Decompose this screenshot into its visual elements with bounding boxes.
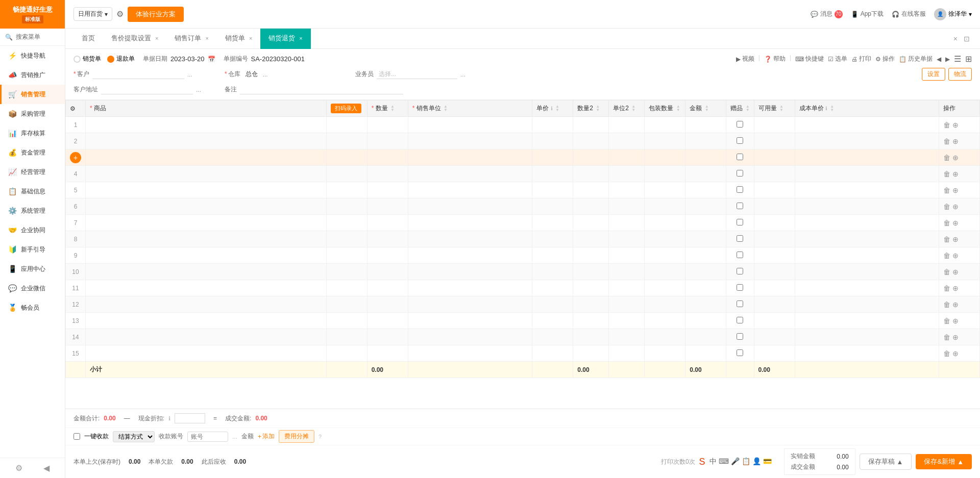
delete-row-btn[interactable]: 🗑 [943, 186, 950, 194]
sidebar-item-enterprise[interactable]: 🤝 企业协同 [0, 220, 65, 240]
tool-icon-6[interactable]: 💳 [763, 457, 772, 466]
warehouse-ellipsis[interactable]: ... [263, 71, 268, 78]
address-ellipsis[interactable]: ... [196, 86, 201, 93]
prev-btn[interactable]: ◀ [937, 54, 941, 64]
logistics-btn[interactable]: 物流 [948, 68, 972, 81]
delete-row-btn[interactable]: 🗑 [943, 137, 950, 145]
copy-row-btn[interactable]: ⊕ [952, 284, 959, 292]
copy-row-btn[interactable]: ⊕ [952, 235, 959, 243]
customer-ellipsis[interactable]: ... [187, 71, 192, 78]
history-btn[interactable]: 📋 历史单据 [899, 54, 933, 64]
print-btn[interactable]: 🖨 打印 [851, 54, 871, 64]
copy-row-btn[interactable]: ⊕ [952, 349, 959, 358]
delete-row-btn[interactable]: 🗑 [943, 317, 950, 325]
sidebar-item-member[interactable]: 🏅 畅会员 [0, 298, 65, 317]
select-btn[interactable]: ☑ 选单 [828, 54, 847, 64]
date-value[interactable]: 2023-03-20 [170, 55, 205, 63]
experience-btn[interactable]: 体验行业方案 [128, 7, 184, 22]
sidebar-item-system[interactable]: ⚙️ 系统管理 [0, 201, 65, 220]
gift-checkbox[interactable] [737, 300, 743, 307]
settlement-select[interactable]: 结算方式 [113, 431, 155, 442]
help-btn[interactable]: ❓ 帮助 [764, 54, 786, 64]
tab-price-setting-close[interactable]: × [155, 35, 158, 41]
collapse-icon[interactable]: ◀ [43, 463, 50, 473]
list-view-btn[interactable]: ☰ [954, 54, 961, 64]
grid-view-btn[interactable]: ⊞ [965, 54, 972, 64]
gift-checkbox[interactable] [737, 170, 743, 177]
th-barcode[interactable]: 扫码录入 [326, 100, 367, 117]
delete-row-btn[interactable]: 🗑 [943, 203, 950, 211]
delete-row-btn[interactable]: 🗑 [943, 251, 950, 260]
delete-row-btn[interactable]: 🗑 [943, 268, 950, 276]
tab-sales-return-close[interactable]: × [299, 35, 302, 41]
tab-home[interactable]: 首页 [74, 29, 103, 49]
video-btn[interactable]: ▶ 视频 [736, 54, 754, 64]
copy-row-btn[interactable]: ⊕ [952, 219, 959, 227]
copy-row-btn[interactable]: ⊕ [952, 251, 959, 260]
app-download-btn[interactable]: 📱 App下载 [851, 10, 884, 18]
gift-checkbox[interactable] [737, 203, 743, 209]
product-cell[interactable] [86, 149, 327, 166]
address-input[interactable] [101, 85, 193, 94]
copy-row-btn[interactable]: ⊕ [952, 186, 959, 194]
gift-checkbox[interactable] [737, 219, 743, 225]
barcode-btn[interactable]: 扫码录入 [331, 104, 361, 113]
user-menu[interactable]: 👤 徐泽华 ▾ [934, 8, 972, 20]
customer-input[interactable] [92, 69, 184, 79]
copy-row-btn[interactable]: ⊕ [952, 203, 959, 211]
tab-sales-order-close[interactable]: × [205, 35, 208, 41]
gift-checkbox[interactable] [737, 154, 743, 160]
account-input[interactable] [187, 432, 228, 442]
tool-icon-3[interactable]: 🎤 [731, 457, 740, 466]
delete-row-btn[interactable]: 🗑 [943, 121, 950, 129]
gift-checkbox[interactable] [737, 333, 743, 340]
tool-icon-2[interactable]: ⌨ [719, 457, 729, 466]
delete-row-btn[interactable]: 🗑 [943, 235, 950, 243]
copy-row-btn[interactable]: ⊕ [952, 137, 959, 145]
delete-row-btn[interactable]: 🗑 [943, 333, 950, 341]
message-btn[interactable]: 💬 消息 70 [811, 10, 843, 18]
sidebar-item-finance[interactable]: 💰 资金管理 [0, 143, 65, 162]
copy-row-btn[interactable]: ⊕ [952, 268, 959, 276]
sidebar-item-operations[interactable]: 📈 经营管理 [0, 162, 65, 182]
save-draft-btn[interactable]: 保存草稿 ▲ [860, 454, 912, 470]
settings-btn[interactable]: 设置 [922, 68, 945, 81]
tab-sales-return[interactable]: 销货退货 × [260, 29, 310, 49]
tab-price-setting[interactable]: 售价提取设置 × [103, 29, 166, 49]
delete-row-btn[interactable]: 🗑 [943, 300, 950, 309]
delete-row-btn[interactable]: 🗑 [943, 349, 950, 358]
restore-btn[interactable]: ⊡ [962, 34, 972, 44]
sidebar-search[interactable]: 🔍 搜索菜单 [0, 29, 65, 46]
th-settings[interactable]: ⚙ [66, 100, 86, 117]
copy-row-btn[interactable]: ⊕ [952, 170, 959, 178]
shortcut-btn[interactable]: ⌨ 快捷键 [795, 54, 824, 64]
sidebar-item-wechat[interactable]: 💬 企业微信 [0, 279, 65, 298]
sidebar-item-sales[interactable]: 🛒 销售管理 [0, 85, 65, 104]
salesperson-ellipsis[interactable]: ... [460, 71, 465, 78]
delete-row-btn[interactable]: 🗑 [943, 219, 950, 227]
expense-btn[interactable]: 费用分摊 [279, 430, 314, 443]
copy-row-btn[interactable]: ⊕ [952, 317, 959, 325]
radio-delivery[interactable]: 销货单 [74, 55, 101, 63]
sidebar-item-app-center[interactable]: 📱 应用中心 [0, 259, 65, 279]
next-btn[interactable]: ▶ [945, 54, 950, 64]
product-input[interactable] [90, 154, 322, 161]
copy-row-btn[interactable]: ⊕ [952, 121, 959, 129]
note-input[interactable] [240, 85, 403, 94]
online-service-btn[interactable]: 🎧 在线客服 [892, 10, 926, 18]
copy-row-btn[interactable]: ⊕ [952, 154, 959, 162]
gift-checkbox[interactable] [737, 235, 743, 242]
calendar-icon[interactable]: 📅 [208, 56, 215, 63]
tool-icon-4[interactable]: 📋 [742, 457, 750, 466]
sidebar-item-quick-nav[interactable]: ⚡ 快捷导航 [0, 46, 65, 65]
radio-return[interactable]: 退款单 [107, 55, 135, 63]
gift-checkbox[interactable] [737, 137, 743, 144]
settings-icon[interactable]: ⚙ [15, 463, 22, 473]
gift-checkbox[interactable] [737, 317, 743, 323]
close-all-tabs-btn[interactable]: × [951, 34, 960, 44]
tool-icon-5[interactable]: 👤 [752, 457, 761, 466]
gift-checkbox[interactable] [737, 349, 743, 356]
sidebar-item-marketing[interactable]: 📣 营销推广 [0, 65, 65, 85]
sidebar-item-guide[interactable]: 🔰 新手引导 [0, 240, 65, 259]
sidebar-item-inventory[interactable]: 📊 库存核算 [0, 123, 65, 143]
